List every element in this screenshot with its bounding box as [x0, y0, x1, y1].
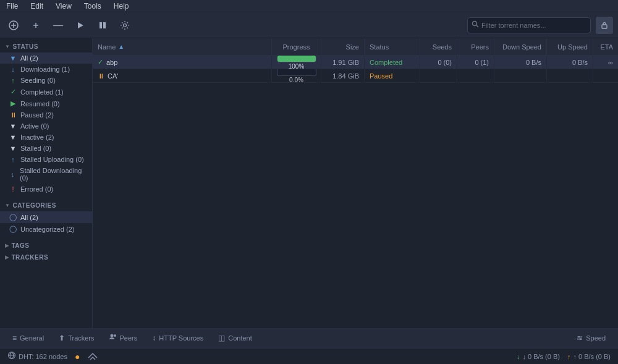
- torrent-seeds-cell: 0 (0): [420, 56, 457, 69]
- th-eta[interactable]: ETA: [593, 38, 618, 55]
- torrent-eta-cell: [593, 69, 618, 82]
- add-button[interactable]: [27, 17, 44, 34]
- torrent-downspeed: 0 B/s: [526, 59, 541, 66]
- th-status[interactable]: Status: [365, 38, 420, 55]
- pause-button[interactable]: [94, 17, 111, 34]
- th-eta-label: ETA: [600, 43, 613, 51]
- sidebar-item-errored[interactable]: ! Errored (0): [0, 184, 92, 195]
- sidebar-item-completed[interactable]: ✓ Completed (1): [0, 86, 92, 98]
- sidebar-item-paused[interactable]: ⏸ Paused (2): [0, 109, 92, 121]
- sidebar-item-resumed[interactable]: ▶ Resumed (0): [0, 98, 92, 109]
- th-size-label: Size: [346, 43, 359, 51]
- th-name[interactable]: Name ▲: [93, 38, 272, 55]
- upload-speed-label: ↑ 0 B/s (0 B): [573, 353, 611, 360]
- progress-bar-container: [277, 69, 316, 76]
- down-arrow-icon: ↓: [517, 353, 520, 360]
- tags-section-header[interactable]: ▶ TAGS: [0, 240, 92, 252]
- torrent-downspeed-cell: [494, 69, 547, 82]
- tab-http-sources[interactable]: ↕ HTTP Sources: [145, 329, 211, 349]
- svg-point-12: [110, 334, 113, 337]
- lock-button[interactable]: [596, 17, 613, 34]
- svg-rect-11: [602, 25, 607, 28]
- table-header: Name ▲ Progress Size Status Seeds Peers …: [93, 38, 618, 56]
- menu-edit[interactable]: Edit: [28, 2, 46, 11]
- torrent-status-text: Completed: [370, 59, 402, 66]
- torrent-peers: 0 (1): [475, 59, 489, 66]
- th-progress-label: Progress: [282, 43, 310, 51]
- torrent-size-cell: 1.91 GiB: [321, 56, 365, 69]
- resume-button[interactable]: [72, 17, 89, 34]
- tags-chevron: ▶: [5, 243, 9, 248]
- sidebar-item-all[interactable]: ▼ All (2): [0, 53, 92, 64]
- sidebar-item-active[interactable]: ▼ Active (0): [0, 121, 92, 132]
- torrent-name-cell: ⏸ CA': [93, 69, 272, 82]
- sidebar-item-seeding[interactable]: ↑ Seeding (0): [0, 75, 92, 86]
- stalled-down-icon: ↓: [9, 171, 17, 178]
- main-content: ▼ STATUS ▼ All (2) ↓ Downloading (1) ↑ S…: [0, 38, 618, 328]
- th-upspeed[interactable]: Up Speed: [547, 38, 593, 55]
- download-speed-status: ↓ ↓ 0 B/s (0 B): [517, 353, 560, 360]
- tab-speed[interactable]: ≋ Speed: [569, 329, 613, 349]
- up-arrow-icon: ↑: [567, 353, 571, 360]
- errored-icon: !: [9, 185, 17, 193]
- torrent-peers-cell: 0 (1): [457, 56, 494, 69]
- settings-button[interactable]: [116, 17, 133, 34]
- table-row[interactable]: ⏸ CA' 0.0% 1.84 GiB Paused: [93, 69, 618, 83]
- status-bar: DHT: 162 nodes ● ↓ ↓ 0 B/s (0 B) ↑ ↑ 0 B…: [0, 348, 618, 364]
- progress-bar-container: [277, 56, 316, 62]
- paused-icon: ⏸: [9, 111, 17, 119]
- tab-content[interactable]: ◫ Content: [211, 329, 260, 349]
- menu-tools[interactable]: Tools: [82, 2, 104, 11]
- svg-line-10: [476, 25, 478, 27]
- th-progress[interactable]: Progress: [272, 38, 321, 55]
- sidebar-item-active-label: Active (0): [20, 122, 49, 130]
- th-peers[interactable]: Peers: [457, 38, 494, 55]
- tab-trackers[interactable]: ⬆ Trackers: [51, 329, 101, 349]
- torrent-eta: ∞: [608, 59, 613, 66]
- th-name-label: Name: [98, 43, 116, 51]
- sidebar-item-inactive[interactable]: ▼ Inactive (2): [0, 132, 92, 143]
- menu-file[interactable]: File: [4, 2, 20, 11]
- sidebar-item-downloading-label: Downloading (1): [20, 66, 70, 73]
- th-size[interactable]: Size: [321, 38, 365, 55]
- tab-general[interactable]: ≡ General: [5, 329, 51, 349]
- all-icon: ▼: [9, 54, 17, 62]
- remove-button[interactable]: —: [49, 17, 67, 34]
- bottom-tabs: ≡ General ⬆ Trackers Peers ↕ HTTP Source…: [0, 328, 618, 348]
- tab-content-label: Content: [228, 334, 252, 342]
- torrent-upspeed-cell: [547, 69, 593, 82]
- table-row[interactable]: ✓ abp 100% 1.91 GiB Completed: [93, 56, 618, 69]
- general-tab-icon: ≡: [12, 334, 17, 342]
- search-icon: [472, 20, 479, 30]
- status-section-label: STATUS: [12, 43, 38, 50]
- sidebar-item-downloading[interactable]: ↓ Downloading (1): [0, 64, 92, 75]
- sidebar-item-stalled-uploading-label: Stalled Uploading (0): [20, 156, 84, 163]
- categories-section-header[interactable]: ▼ CATEGORIES: [0, 200, 92, 211]
- sidebar-item-cat-all[interactable]: ◯ All (2): [0, 211, 92, 223]
- peers-tab-icon: [109, 333, 117, 342]
- status-section-header[interactable]: ▼ STATUS: [0, 41, 92, 53]
- download-speed-label: ↓ 0 B/s (0 B): [522, 353, 560, 360]
- th-seeds[interactable]: Seeds: [420, 38, 457, 55]
- svg-rect-7: [103, 22, 106, 28]
- sidebar-item-stalled-downloading[interactable]: ↓ Stalled Downloading (0): [0, 165, 92, 184]
- th-downspeed[interactable]: Down Speed: [494, 38, 547, 55]
- status-chevron: ▼: [5, 44, 10, 49]
- sort-arrow-icon: ▲: [118, 43, 124, 50]
- th-status-label: Status: [370, 43, 389, 51]
- dht-icon: [7, 351, 16, 362]
- content-tab-icon: ◫: [218, 334, 225, 342]
- trackers-section-header[interactable]: ▶ TRACKERS: [0, 252, 92, 263]
- trackers-tab-icon: ⬆: [59, 334, 65, 342]
- sidebar-item-stalled-uploading[interactable]: ↑ Stalled Uploading (0): [0, 154, 92, 165]
- torrent-status-cell: Paused: [365, 69, 420, 82]
- menu-help[interactable]: Help: [111, 2, 132, 11]
- svg-marker-5: [78, 22, 83, 28]
- svg-point-8: [124, 23, 127, 27]
- menu-view[interactable]: View: [53, 2, 74, 11]
- sidebar-item-stalled[interactable]: ▼ Stalled (0): [0, 143, 92, 154]
- sidebar-item-cat-uncategorized[interactable]: ◯ Uncategorized (2): [0, 223, 92, 235]
- tab-peers[interactable]: Peers: [102, 329, 145, 349]
- add-torrent-button[interactable]: [5, 17, 22, 34]
- search-input[interactable]: [481, 22, 580, 29]
